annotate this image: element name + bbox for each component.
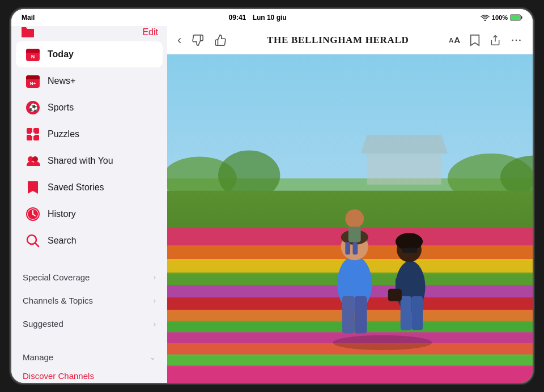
- shared-label: Shared with You: [48, 156, 113, 166]
- back-button[interactable]: ‹: [177, 33, 181, 48]
- status-center: 09:41 Lun 10 giu: [229, 14, 287, 22]
- dislike-button[interactable]: [192, 34, 204, 46]
- svg-rect-53: [342, 296, 355, 334]
- newsplus-icon: N+: [25, 73, 41, 89]
- svg-rect-59: [345, 242, 350, 255]
- status-right: 100%: [481, 14, 522, 21]
- svg-rect-3: [521, 16, 522, 19]
- svg-text:N: N: [31, 54, 35, 59]
- svg-point-30: [519, 39, 521, 41]
- article-image: [167, 54, 533, 383]
- svg-point-0: [484, 20, 486, 22]
- special-coverage-chevron: ›: [154, 273, 156, 282]
- sidebar-item-today[interactable]: N Today: [16, 41, 163, 67]
- channels-topics-label: Channels & Topics: [23, 296, 93, 305]
- status-time: 09:41: [229, 14, 246, 22]
- folder-icon: [20, 26, 35, 39]
- svg-rect-37: [367, 154, 441, 185]
- status-left: Mail: [22, 14, 35, 22]
- manage-chevron: ⌄: [150, 353, 156, 361]
- share-button[interactable]: [490, 34, 501, 46]
- sidebar-item-newsplus[interactable]: N+ News+: [16, 68, 163, 94]
- sidebar-item-puzzles[interactable]: Puzzles: [16, 121, 163, 147]
- manage-header[interactable]: Manage ⌄: [11, 347, 167, 365]
- sports-icon: ⚽: [25, 100, 41, 116]
- sidebar-item-channels-topics[interactable]: Channels & Topics ›: [11, 289, 167, 312]
- discover-channels-item[interactable]: Discover Channels: [11, 365, 167, 383]
- svg-rect-2: [511, 15, 520, 20]
- manage-label: Manage: [23, 352, 53, 362]
- svg-marker-38: [361, 135, 448, 154]
- battery-level: 100%: [492, 14, 508, 21]
- svg-point-20: [32, 156, 38, 162]
- svg-rect-60: [352, 242, 358, 255]
- battery-icon: [510, 14, 522, 21]
- status-date: Lun 10 giu: [253, 14, 287, 22]
- svg-text:N+: N+: [30, 81, 36, 86]
- wifi-icon: [481, 14, 490, 21]
- today-label: Today: [48, 49, 74, 59]
- special-coverage-label: Special Coverage: [23, 272, 90, 282]
- newsplus-label: News+: [48, 76, 75, 86]
- sidebar-item-saved[interactable]: Saved Stories: [16, 174, 163, 201]
- svg-rect-58: [348, 227, 361, 242]
- svg-rect-6: [26, 51, 40, 53]
- publication-title: The Bellingham Herald: [267, 35, 409, 46]
- svg-rect-50: [167, 355, 533, 367]
- search-nav-icon: [25, 233, 41, 249]
- more-button[interactable]: [510, 34, 522, 46]
- svg-rect-10: [26, 78, 40, 79]
- manage-section: Manage ⌄ Discover Channels Notifications…: [11, 342, 167, 383]
- sidebar-item-special-coverage[interactable]: Special Coverage ›: [11, 266, 167, 289]
- sidebar-item-history[interactable]: History: [16, 201, 163, 227]
- article-toolbar: ‹ The Bellingham Herald AA: [167, 26, 533, 54]
- svg-rect-62: [401, 296, 412, 330]
- svg-point-29: [516, 39, 517, 41]
- suggested-label: Suggested: [23, 319, 63, 329]
- edit-button[interactable]: Edit: [142, 27, 158, 37]
- sidebar-item-search[interactable]: Search: [16, 228, 163, 254]
- svg-line-26: [35, 243, 39, 246]
- app-container: Edit N Today: [11, 26, 533, 383]
- saved-label: Saved Stories: [48, 182, 104, 193]
- svg-rect-66: [402, 248, 417, 253]
- ipad-frame: Mail 09:41 Lun 10 giu 100%: [11, 9, 533, 383]
- sports-label: Sports: [48, 103, 74, 113]
- svg-text:⚽: ⚽: [28, 103, 39, 113]
- sidebar: Edit N Today: [11, 26, 167, 383]
- svg-point-69: [333, 335, 432, 350]
- sidebar-nav: N Today N+ News+: [11, 39, 167, 259]
- history-label: History: [48, 209, 76, 219]
- svg-rect-68: [388, 289, 402, 301]
- sidebar-item-sports[interactable]: ⚽ Sports: [16, 95, 163, 121]
- svg-rect-51: [167, 365, 533, 383]
- sidebar-item-shared[interactable]: Shared with You: [16, 148, 163, 174]
- search-label: Search: [48, 236, 76, 246]
- svg-rect-63: [411, 296, 423, 330]
- like-button[interactable]: [214, 34, 227, 46]
- main-content: ‹ The Bellingham Herald AA: [167, 26, 533, 383]
- history-icon: [25, 206, 41, 222]
- app-name: Mail: [22, 14, 35, 22]
- font-size-button[interactable]: AA: [449, 35, 460, 45]
- status-bar: Mail 09:41 Lun 10 giu 100%: [11, 9, 533, 26]
- saved-icon: [25, 180, 41, 195]
- puzzles-icon: [25, 126, 41, 142]
- scene-illustration: [167, 54, 533, 383]
- svg-point-57: [345, 210, 364, 228]
- toolbar-right: AA: [449, 34, 522, 46]
- svg-rect-18: [31, 133, 35, 136]
- today-icon: N: [25, 46, 41, 62]
- suggested-chevron: ›: [154, 319, 156, 328]
- sidebar-header: Edit: [11, 26, 167, 39]
- svg-rect-54: [355, 296, 367, 334]
- svg-point-28: [512, 39, 513, 41]
- puzzles-label: Puzzles: [48, 129, 79, 139]
- channels-topics-chevron: ›: [154, 296, 156, 305]
- bookmark-button[interactable]: [469, 34, 481, 46]
- toolbar-left: ‹: [177, 33, 227, 48]
- shared-icon: [25, 153, 41, 169]
- sidebar-item-suggested[interactable]: Suggested ›: [11, 312, 167, 335]
- svg-point-65: [396, 233, 423, 250]
